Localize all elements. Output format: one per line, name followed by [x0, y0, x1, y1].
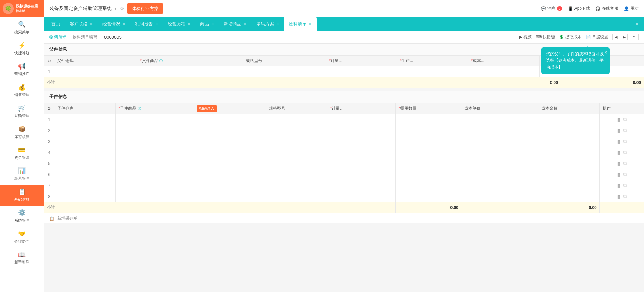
child-warehouse-cell[interactable]: [54, 114, 116, 125]
online-service-button[interactable]: 🎧 在线客服: [595, 5, 618, 11]
parent-goods-cell[interactable]: [137, 66, 243, 77]
sidebar-item-search[interactable]: 🔍 搜索菜单: [0, 17, 44, 38]
sidebar-item-quick-nav[interactable]: ⚡ 快捷导航: [0, 38, 44, 59]
child-cost-price-cell[interactable]: [461, 169, 522, 180]
child-warehouse-cell[interactable]: [54, 180, 116, 191]
tab-barcode[interactable]: 条码方案 ✕: [251, 17, 284, 31]
tab-new-goods-close[interactable]: ✕: [244, 22, 247, 26]
child-spec-cell[interactable]: [266, 180, 327, 191]
child-goods-cell[interactable]: [115, 136, 194, 147]
child-cost-amount-cell[interactable]: [538, 147, 600, 158]
child-unit-cell[interactable]: [327, 191, 380, 202]
copy-icon[interactable]: ⧉: [623, 194, 627, 199]
tab-operations-status-close[interactable]: ✕: [122, 22, 125, 26]
unit-cell[interactable]: [326, 66, 397, 77]
child-spec-cell[interactable]: [266, 114, 327, 125]
single-settings-button[interactable]: 📄 单据设置: [586, 34, 608, 40]
child-cost-price-cell[interactable]: [461, 147, 522, 158]
app-download-button[interactable]: 📱 App下载: [568, 5, 590, 11]
global-close-icon[interactable]: ✕: [633, 22, 641, 26]
view-button[interactable]: ▶ 视频: [519, 34, 532, 40]
extract-cost-button[interactable]: 💲 提取成本: [559, 34, 582, 40]
child-spec-cell[interactable]: [266, 158, 327, 169]
message-button[interactable]: 💬 消息 6: [541, 5, 562, 11]
child-cost-price-cell[interactable]: [461, 180, 522, 191]
child-cost-price-cell[interactable]: [461, 158, 522, 169]
copy-icon[interactable]: ⧉: [623, 172, 627, 177]
settings-icon[interactable]: ⚙: [120, 5, 124, 12]
next-btn[interactable]: ▶: [621, 34, 628, 40]
delete-icon[interactable]: 🗑: [617, 161, 621, 166]
scroll-area[interactable]: 父件信息 ⚙ 父件仓库 *父件商品 ⓘ 规格型号 *计量... *生产... *: [44, 44, 644, 292]
child-unit-cell[interactable]: [327, 158, 380, 169]
delete-icon[interactable]: 🗑: [617, 117, 621, 122]
child-needed-qty-cell[interactable]: [396, 158, 461, 169]
child-spec-cell[interactable]: [266, 147, 327, 158]
child-unit-cell[interactable]: [327, 147, 380, 158]
child-cost-amount-cell[interactable]: [538, 114, 600, 125]
tab-operations-status[interactable]: 经营情况 ✕: [98, 17, 130, 31]
child-cost-amount-cell[interactable]: [538, 169, 600, 180]
child-needed-qty-cell[interactable]: [396, 114, 461, 125]
child-goods-cell[interactable]: [115, 191, 194, 202]
child-cost-price-cell[interactable]: [461, 125, 522, 136]
child-needed-qty-cell[interactable]: [396, 169, 461, 180]
tab-bom-close[interactable]: ✕: [309, 22, 312, 26]
child-unit-cell[interactable]: [327, 114, 380, 125]
production-cell[interactable]: [397, 66, 468, 77]
prev-btn[interactable]: ◀: [612, 34, 619, 40]
tab-history-close[interactable]: ✕: [187, 22, 190, 26]
delete-icon[interactable]: 🗑: [617, 128, 621, 133]
copy-icon[interactable]: ⧉: [623, 150, 627, 155]
child-warehouse-cell[interactable]: [54, 191, 116, 202]
sidebar-item-system[interactable]: ⚙️ 系统管理: [0, 206, 44, 226]
child-warehouse-cell[interactable]: [54, 147, 116, 158]
sidebar-item-inventory[interactable]: 📦 库存核算: [0, 122, 44, 143]
tab-customer[interactable]: 客户联络 ✕: [65, 17, 98, 31]
user-button[interactable]: 👤 用友: [624, 5, 639, 11]
child-cost-price-cell[interactable]: [461, 114, 522, 125]
child-needed-qty-cell[interactable]: [396, 191, 461, 202]
tab-customer-close[interactable]: ✕: [90, 22, 93, 26]
child-cost-amount-cell[interactable]: [538, 136, 600, 147]
delete-icon[interactable]: 🗑: [617, 194, 621, 199]
child-needed-qty-cell[interactable]: [396, 125, 461, 136]
copy-icon[interactable]: ⧉: [623, 117, 627, 122]
delete-icon[interactable]: 🗑: [617, 183, 621, 188]
delete-icon[interactable]: 🗑: [617, 172, 621, 177]
experience-button[interactable]: 体验行业方案: [127, 3, 163, 14]
sidebar-item-cooperation[interactable]: 🤝 企业协同: [0, 226, 44, 247]
tab-history[interactable]: 经营历程 ✕: [163, 17, 195, 31]
copy-icon[interactable]: ⧉: [623, 139, 627, 144]
sidebar-item-purchase[interactable]: 🛒 采购管理: [0, 101, 44, 122]
tooltip-close-icon[interactable]: ×: [605, 49, 607, 56]
copy-icon[interactable]: ⧉: [623, 128, 627, 133]
child-spec-cell[interactable]: [266, 169, 327, 180]
shortcut-button[interactable]: ⌨ 快捷键: [536, 34, 555, 40]
sidebar-item-operations[interactable]: 📊 经营管理: [0, 164, 44, 185]
sidebar-item-marketing[interactable]: 📢 营销推广: [0, 59, 44, 80]
child-warehouse-cell[interactable]: [54, 169, 116, 180]
tab-goods-close[interactable]: ✕: [211, 22, 214, 26]
parent-warehouse-cell[interactable]: [54, 66, 137, 77]
th-child-settings[interactable]: ⚙: [44, 103, 54, 114]
child-cost-price-cell[interactable]: [461, 191, 522, 202]
child-goods-cell[interactable]: [115, 169, 194, 180]
child-needed-qty-cell[interactable]: [396, 136, 461, 147]
delete-icon[interactable]: 🗑: [617, 139, 621, 144]
tab-profit-close[interactable]: ✕: [155, 22, 158, 26]
spec-cell[interactable]: [243, 66, 326, 77]
child-cost-price-cell[interactable]: [461, 136, 522, 147]
child-goods-cell[interactable]: [115, 125, 194, 136]
child-cost-amount-cell[interactable]: [538, 158, 600, 169]
scan-button[interactable]: 扫码录入: [197, 105, 217, 112]
child-unit-cell[interactable]: [327, 169, 380, 180]
child-goods-cell[interactable]: [115, 158, 194, 169]
tab-goods[interactable]: 商品 ✕: [195, 17, 219, 31]
tab-barcode-close[interactable]: ✕: [276, 22, 279, 26]
child-warehouse-cell[interactable]: [54, 158, 116, 169]
child-goods-cell[interactable]: [115, 180, 194, 191]
th-settings[interactable]: ⚙: [44, 56, 54, 66]
child-goods-cell[interactable]: [115, 114, 194, 125]
child-unit-cell[interactable]: [327, 136, 380, 147]
